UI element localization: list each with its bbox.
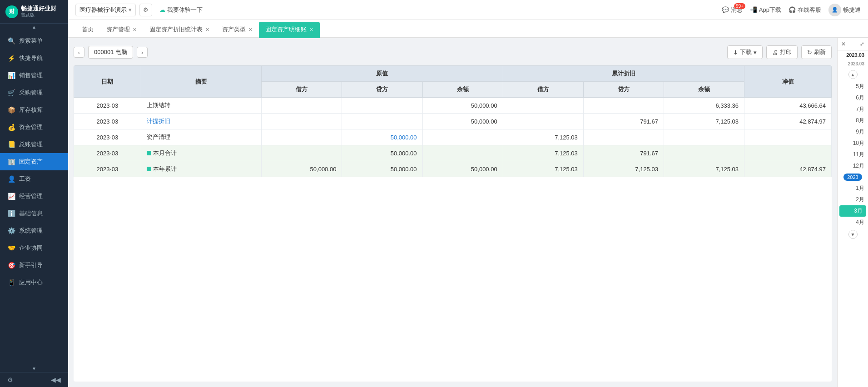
print-button[interactable]: 🖨 打印 (766, 45, 798, 59)
col-dep-debit: 借方 (503, 82, 583, 98)
user-menu[interactable]: 👤 畅捷通 (828, 4, 861, 16)
prev-asset-button[interactable]: ‹ (74, 47, 84, 58)
sidebar-scroll-up[interactable]: ▲ (32, 25, 36, 30)
online-service-button[interactable]: 🎧 在线客服 (789, 6, 821, 14)
cell-summary: 本月合计 (141, 145, 262, 161)
col-orig-credit: 贷方 (342, 82, 422, 98)
month-item-10[interactable]: 10月 (838, 138, 868, 149)
logo-sub: 普及版 (21, 12, 56, 18)
month-scroll-down[interactable]: ▼ (848, 230, 858, 239)
download-icon: ⬇ (733, 49, 738, 56)
col-orig-balance: 余额 (422, 82, 503, 98)
box-icon: 📦 (7, 106, 15, 114)
year-marker-2023[interactable]: 2023 (843, 174, 862, 181)
sidebar-nav: 🔍 搜索菜单 ⚡ 快捷导航 📊 销售管理 🛒 采购管理 📦 库存核算 💰 资金管… (0, 30, 68, 365)
company-selector[interactable]: 医疗器械行业演示 ▾ (75, 4, 136, 16)
month-label: 12月 (853, 162, 864, 170)
month-item-12[interactable]: 12月 (838, 160, 868, 172)
collapse-icon[interactable]: ◀◀ (51, 376, 61, 383)
cell-dep-credit (583, 129, 664, 145)
month-scroll-up[interactable]: ▲ (848, 70, 858, 79)
table-row: 2023-03 计提折旧 50,000.00 791.67 7,125.03 4… (74, 114, 832, 129)
sidebar-item-quicknav[interactable]: ⚡ 快捷导航 (0, 50, 68, 67)
main-content: ‹ 000001 电脑 › ⬇ 下载 ▾ 🖨 打印 ↻ 刷新 (68, 38, 837, 387)
table-row-monthly-total: 2023-03 本月合计 50,000.00 7,125.03 (74, 145, 832, 161)
sidebar-item-cooperation[interactable]: 🤝 企业协同 (0, 239, 68, 257)
tab-asset-type[interactable]: 资产类型 ✕ (216, 22, 259, 38)
tab-label: 资产类型 (222, 25, 246, 34)
close-panel-icon[interactable]: ✕ (841, 41, 846, 47)
sidebar-scroll-down[interactable]: ▼ (32, 366, 36, 371)
topbar-right: 💬 消息 99+ 📲 App下载 🎧 在线客服 👤 畅捷通 (722, 4, 861, 16)
sidebar-item-newbie[interactable]: 🎯 新手引导 (0, 257, 68, 274)
sidebar-item-system[interactable]: ⚙️ 系统管理 (0, 222, 68, 239)
message-button[interactable]: 💬 消息 99+ (722, 6, 743, 14)
sidebar-logo: 财 畅捷通好业财 普及版 (0, 0, 68, 24)
tab-depreciation-stats[interactable]: 固定资产折旧统计表 ✕ (143, 22, 216, 38)
month-item-3[interactable]: 3月 (839, 205, 866, 217)
month-label: 10月 (853, 139, 864, 147)
col-net-value: 净值 (744, 66, 832, 98)
month-item-7[interactable]: 7月 (838, 104, 868, 115)
sidebar-item-sales[interactable]: 📊 销售管理 (0, 67, 68, 84)
month-item-5[interactable]: 5月 (838, 81, 868, 92)
sidebar-item-search[interactable]: 🔍 搜索菜单 (0, 32, 68, 50)
sidebar-item-payroll[interactable]: 👤 工资 (0, 170, 68, 188)
experience-section: ☁ 我要体验一下 (159, 6, 203, 14)
cell-net-value: 42,874.97 (744, 114, 832, 129)
experience-text[interactable]: 我要体验一下 (167, 6, 203, 14)
tab-asset-management[interactable]: 资产管理 ✕ (100, 22, 143, 38)
cell-orig-credit (342, 114, 422, 129)
tab-close-icon[interactable]: ✕ (133, 27, 137, 33)
sidebar-item-label: 搜索菜单 (19, 37, 43, 45)
month-item-6[interactable]: 6月 (838, 92, 868, 104)
cell-dep-balance (664, 145, 744, 161)
company-name: 医疗器械行业演示 (79, 6, 127, 14)
sidebar-item-label: 销售管理 (19, 71, 43, 79)
tab-close-icon[interactable]: ✕ (205, 27, 209, 33)
sidebar-item-basicinfo[interactable]: ℹ️ 基础信息 (0, 205, 68, 222)
sidebar-item-business[interactable]: 📈 经营管理 (0, 188, 68, 205)
month-item-4[interactable]: 4月 (838, 217, 868, 228)
right-panel-header: ✕ ⤢ (838, 38, 868, 50)
sidebar-item-purchase[interactable]: 🛒 采购管理 (0, 84, 68, 101)
cell-net-value (744, 145, 832, 161)
logo-text: 畅捷通好业财 (21, 5, 56, 12)
cell-date: 2023-03 (74, 114, 141, 129)
month-label: 1月 (856, 184, 864, 192)
cell-summary[interactable]: 计提折旧 (141, 114, 262, 129)
month-item-8[interactable]: 8月 (838, 115, 868, 126)
tab-asset-ledger[interactable]: 固定资产明细账 ✕ (259, 22, 320, 38)
cell-orig-credit: 50,000.00 (342, 145, 422, 161)
chart-icon: 📊 (7, 72, 15, 79)
month-item-1[interactable]: 1月 (838, 183, 868, 194)
month-label: 7月 (856, 105, 864, 113)
sidebar-item-appcenter[interactable]: 📱 应用中心 (0, 274, 68, 291)
expand-panel-icon[interactable]: ⤢ (860, 41, 864, 47)
download-button[interactable]: ⬇ 下载 ▾ (727, 45, 763, 59)
month-item-9[interactable]: 9月 (838, 126, 868, 138)
month-label: 8月 (856, 117, 864, 124)
settings-button[interactable]: ⚙ (139, 4, 152, 16)
avatar: 👤 (828, 4, 841, 16)
next-asset-button[interactable]: › (137, 47, 148, 58)
month-item-2[interactable]: 2月 (838, 194, 868, 205)
tab-close-icon[interactable]: ✕ (248, 27, 253, 33)
cell-summary: 上期结转 (141, 98, 262, 114)
tab-home[interactable]: 首页 (75, 22, 100, 38)
cell-dep-debit (503, 114, 583, 129)
refresh-button[interactable]: ↻ 刷新 (801, 45, 832, 59)
cell-net-value: 42,874.97 (744, 161, 832, 177)
sidebar-item-finance[interactable]: 💰 资金管理 (0, 119, 68, 136)
refresh-label: 刷新 (814, 48, 826, 56)
settings-icon[interactable]: ⚙ (7, 376, 13, 383)
app-download-button[interactable]: 📲 App下载 (750, 6, 781, 14)
building-icon: 🏢 (7, 158, 15, 165)
summary-dot-icon (147, 167, 151, 171)
month-item-11[interactable]: 11月 (838, 149, 868, 160)
sidebar-item-inventory[interactable]: 📦 库存核算 (0, 101, 68, 119)
sidebar-item-fixedasset[interactable]: 🏢 固定资产 (0, 153, 68, 170)
sidebar-item-label: 经营管理 (19, 192, 43, 200)
sidebar-item-ledger[interactable]: 📒 总账管理 (0, 136, 68, 153)
tab-close-icon[interactable]: ✕ (309, 27, 313, 33)
